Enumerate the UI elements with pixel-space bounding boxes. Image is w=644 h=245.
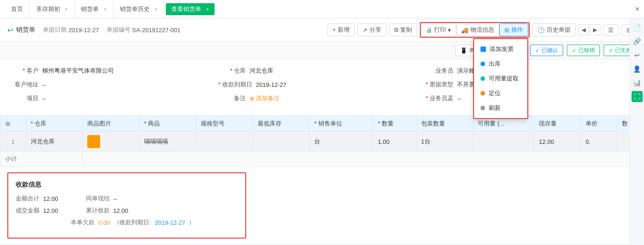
print-button[interactable]: 🖨 打印 ▾	[421, 23, 456, 36]
new-button[interactable]: + 新增	[328, 23, 355, 36]
tab-sales-history[interactable]: 销货单历史 ×	[113, 0, 164, 18]
dropdown-available-qty[interactable]: 可用量提取	[474, 71, 527, 86]
sidebar-chart-icon[interactable]: 📊	[632, 77, 643, 88]
refresh-icon	[480, 106, 485, 110]
note-label: 备注	[218, 94, 246, 103]
staff-label: 业务员	[426, 67, 453, 75]
customer-value: 柳州粤港平安气体有限公司	[42, 67, 114, 75]
address-field: 客户地址 --	[11, 80, 218, 89]
operation-dropdown-menu: 添加发票 出库 可用量提取 定位	[473, 38, 528, 119]
dropdown-outbound[interactable]: 出库	[474, 57, 527, 71]
product-image	[87, 135, 100, 148]
right-sidebar: 📄 🔗 ↩ 👤 📊 ⛶	[629, 18, 644, 244]
settings-icon[interactable]: ⚙	[5, 120, 11, 127]
history-icon: 🕐	[537, 27, 545, 34]
subtotal-values	[83, 152, 644, 167]
receipt-row-3: 本单欠款 0.00 （收款到期日: 2019-12-27 ）	[16, 218, 238, 227]
window-close-button[interactable]: ×	[635, 5, 639, 13]
operation-button[interactable]: ⊞ 操作	[499, 23, 528, 36]
confirm-button[interactable]: ✓ 已确认	[530, 45, 563, 56]
view-list-button[interactable]: ☰	[603, 24, 619, 36]
mobile-icon: 📱	[460, 47, 467, 54]
cumulative-field: 累计收款 12.00	[86, 206, 129, 215]
sidebar-user-icon[interactable]: 👤	[632, 63, 643, 74]
subtotal-label: 小计	[0, 152, 83, 167]
transaction-value: 12.00	[43, 207, 58, 214]
outbound-label: 出库	[489, 60, 501, 68]
tab-home[interactable]: 首页	[5, 0, 30, 18]
dropdown-refresh[interactable]: 刷新	[474, 101, 527, 115]
sidebar-doc-icon[interactable]: 📄	[632, 22, 643, 33]
sold-label: 已核销	[578, 46, 595, 54]
print-icon: 🖨	[426, 27, 432, 34]
doc-number-value: SA-20191227-001	[132, 27, 181, 34]
tab-inventory[interactable]: 库存期初 ×	[30, 0, 74, 18]
row-unit-price: 0.	[581, 132, 617, 152]
doc-number-label: 单据编号	[107, 26, 130, 34]
doc-header: ↩ 销货单 单据日期 2019-12-27 单据编号 SA-20191227-0…	[0, 18, 644, 42]
logistics-button[interactable]: 🚚 物流信息	[456, 23, 499, 36]
total-value: 12.00	[43, 195, 58, 202]
tab-view-sales-label: 查看销货单	[171, 5, 201, 13]
sidebar-link-icon[interactable]: 🔗	[632, 36, 643, 47]
form-section: 客户 柳州粤港平安气体有限公司 仓库 河北仓库 业务员 演示账号 客户地址 --…	[0, 59, 644, 115]
owe-note: （收款到期日:	[113, 218, 151, 227]
history-button[interactable]: 🕐 历史单据	[532, 23, 576, 36]
owe-date: 2019-12-27	[155, 219, 186, 226]
copy-button[interactable]: ⧉ 复制	[389, 23, 417, 36]
transaction-field: 成交金额 12.00	[16, 206, 58, 215]
row-current-stock: 12.00	[534, 132, 581, 152]
tab-sales-close[interactable]: ×	[103, 6, 106, 12]
col-product: * 商品	[139, 116, 196, 132]
due-date-label: 收款到期日	[218, 80, 252, 89]
doc-date-value: 2019-12-27	[68, 27, 99, 34]
row-available	[473, 132, 534, 152]
tab-view-sales-close[interactable]: ×	[206, 6, 209, 12]
copy-label: 复制	[400, 26, 412, 34]
salesman-field: 业务员孟 --	[426, 94, 633, 103]
share-button[interactable]: ↗ 分享	[357, 23, 386, 36]
project-field: 项目 --	[11, 94, 218, 103]
col-settings[interactable]: ⚙	[0, 116, 26, 132]
tab-inventory-close[interactable]: ×	[65, 6, 68, 12]
operation-label: 操作	[511, 26, 523, 34]
doc-date-label: 单据日期	[43, 26, 67, 34]
col-product-img: 商品图片	[83, 116, 139, 132]
total-field: 金额合计 12.00	[16, 194, 58, 203]
table-container: ⚙ * 仓库 商品图片 * 商品 规格型号 最低库存 * 销售单位 * 数量 包…	[0, 115, 644, 167]
nav-next-button[interactable]: ▶	[590, 24, 600, 35]
confirm-icon: ✓	[535, 47, 540, 54]
tab-sales-history-close[interactable]: ×	[154, 6, 157, 12]
available-qty-label: 可用量提取	[489, 74, 519, 83]
dropdown-add-invoice[interactable]: 添加发票	[474, 42, 527, 57]
note-field: 备注 ⊕ 添加备注	[218, 94, 425, 103]
row-warehouse: 河北仓库	[26, 132, 82, 152]
form-row-3: 项目 -- 备注 ⊕ 添加备注 业务员孟 --	[11, 94, 633, 103]
add-note-button[interactable]: ⊕ 添加备注	[249, 94, 280, 103]
dropdown-locate[interactable]: 定位	[474, 86, 527, 101]
col-current-stock: 现存量	[534, 116, 581, 132]
ticket-label: 票据类型	[426, 80, 454, 89]
transaction-label: 成交金额	[16, 206, 40, 215]
owe-label: 本单欠款	[71, 218, 95, 227]
sold-icon: ✓	[572, 47, 576, 54]
highlight-box: 🖨 打印 ▾ 🚚 物流信息 ⊞ 操作 添加发票	[420, 22, 530, 38]
add-invoice-label: 添加发票	[490, 45, 514, 53]
effect-icon: ✓	[609, 47, 613, 54]
sidebar-back-icon[interactable]: ↩	[632, 50, 643, 61]
locate-label: 定位	[489, 89, 501, 97]
tab-inventory-label: 库存期初	[36, 5, 60, 13]
sold-button[interactable]: ✓ 已核销	[567, 45, 600, 56]
doc-number-field: 单据编号 SA-20191227-001	[107, 26, 181, 34]
owe-end: ）	[189, 218, 195, 227]
sidebar-expand-icon[interactable]: ⛶	[632, 91, 643, 102]
nav-prev-button[interactable]: ◀	[578, 24, 589, 35]
form-row-1: 客户 柳州粤港平安气体有限公司 仓库 河北仓库 业务员 演示账号	[11, 67, 633, 75]
locate-icon	[480, 91, 485, 96]
items-table: ⚙ * 仓库 商品图片 * 商品 规格型号 最低库存 * 销售单位 * 数量 包…	[0, 115, 644, 167]
cumulative-label: 累计收款	[86, 206, 110, 215]
tab-view-sales[interactable]: 查看销货单 ×	[166, 3, 215, 15]
tab-sales[interactable]: 销货单 ×	[74, 0, 113, 18]
add-note-label: 添加备注	[256, 94, 280, 103]
table-header-row: ⚙ * 仓库 商品图片 * 商品 规格型号 最低库存 * 销售单位 * 数量 包…	[0, 116, 644, 132]
